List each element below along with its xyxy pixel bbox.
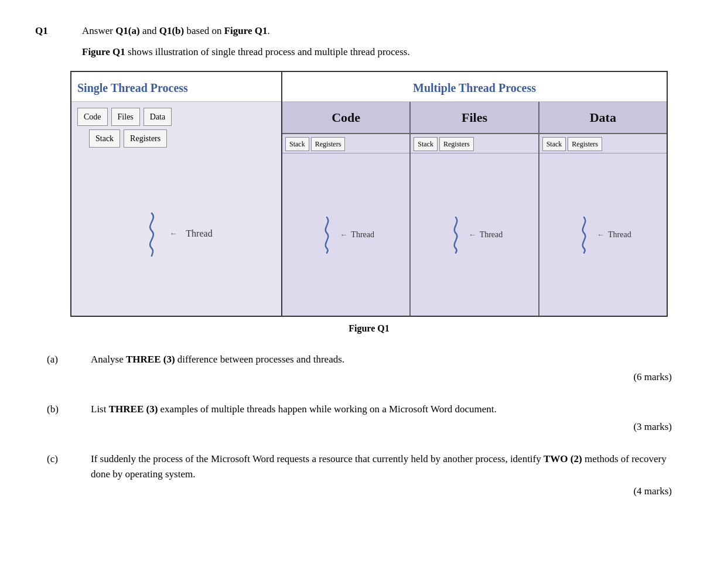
sub-a-marks: (6 marks) <box>91 370 672 385</box>
sub-b-text: List THREE (3) examples of multiple thre… <box>91 402 672 417</box>
sub-question-c: (c) If suddenly the process of the Micro… <box>47 452 672 499</box>
single-thread-area: ← Thread <box>77 157 275 310</box>
single-thread-body: Code Files Data Stack Registers <box>71 102 281 316</box>
shared-files: Files <box>411 102 539 133</box>
single-thread-symbol: ← Thread <box>140 210 212 257</box>
single-code-box: Code <box>77 108 108 126</box>
figure-intro: Figure Q1 shows illustration of single t… <box>82 45 672 60</box>
single-thread-label: Thread <box>186 227 212 241</box>
thread1-stacks: Stack Registers <box>282 134 409 153</box>
single-data-box: Data <box>144 108 172 126</box>
single-thread-panel: Single Thread Process Code Files Data St… <box>71 72 282 316</box>
sub-content-c: If suddenly the process of the Microsoft… <box>91 452 672 499</box>
single-registers-box: Registers <box>124 129 167 148</box>
sub-c-marks: (4 marks) <box>91 484 672 499</box>
sub-content-b: List THREE (3) examples of multiple thre… <box>91 402 672 434</box>
thread1-registers: Registers <box>311 137 346 151</box>
question-instruction: Answer Q1(a) and Q1(b) based on Figure Q… <box>82 23 270 39</box>
thread3-stacks: Stack Registers <box>539 134 667 153</box>
sub-letter-c: (c) <box>47 452 79 499</box>
sub-b-marks: (3 marks) <box>91 419 672 435</box>
thread2-svg <box>446 216 465 254</box>
single-boxes-row1: Code Files Data <box>77 108 275 126</box>
thread1-svg <box>317 216 336 254</box>
thread3-registers: Registers <box>568 137 602 151</box>
thread2-body: ← Thread <box>411 153 538 316</box>
thread-unit-1: Stack Registers ← Thread <box>282 134 411 316</box>
sub-letter-b: (b) <box>47 402 79 434</box>
thread-unit-2: Stack Registers ← Thread <box>411 134 539 316</box>
question-header: Q1 Answer Q1(a) and Q1(b) based on Figur… <box>35 23 672 39</box>
thread1-label: Thread <box>351 228 374 241</box>
figure-caption: Figure Q1 <box>70 322 668 336</box>
thread-unit-3: Stack Registers ← Thread <box>539 134 667 316</box>
sub-question-a: (a) Analyse THREE (3) difference between… <box>47 352 672 384</box>
thread3-body: ← Thread <box>539 153 667 316</box>
thread3-svg <box>575 216 593 254</box>
single-thread-svg <box>140 210 163 257</box>
sub-question-b: (b) List THREE (3) examples of multiple … <box>47 402 672 434</box>
sub-c-text: If suddenly the process of the Microsoft… <box>91 452 672 481</box>
multiple-thread-title: Multiple Thread Process <box>282 72 667 102</box>
sub-content-a: Analyse THREE (3) difference between pro… <box>91 352 672 384</box>
thread3-stack: Stack <box>542 137 566 151</box>
thread1-stack: Stack <box>285 137 309 151</box>
thread2-label: Thread <box>480 228 503 241</box>
diagram-wrapper: Single Thread Process Code Files Data St… <box>70 71 672 317</box>
thread2-registers: Registers <box>439 137 474 151</box>
shared-resources-row: Code Files Data <box>282 102 667 134</box>
thread2-stack: Stack <box>414 137 438 151</box>
sub-letter-a: (a) <box>47 352 79 384</box>
single-thread-title: Single Thread Process <box>71 72 281 102</box>
thread3-label: Thread <box>608 228 631 241</box>
thread3-symbol: ← Thread <box>575 216 631 254</box>
sub-a-text: Analyse THREE (3) difference between pro… <box>91 352 672 367</box>
single-boxes-row2: Stack Registers <box>89 129 275 148</box>
shared-data: Data <box>539 102 667 133</box>
question-number: Q1 <box>35 23 59 39</box>
single-files-box: Files <box>111 108 140 126</box>
single-stack-box: Stack <box>89 129 120 148</box>
thread2-symbol: ← Thread <box>446 216 503 254</box>
thread1-symbol: ← Thread <box>317 216 374 254</box>
multiple-thread-panel: Multiple Thread Process Code Files Data … <box>282 72 667 316</box>
shared-code: Code <box>282 102 411 133</box>
threads-row: Stack Registers ← Thread <box>282 134 667 316</box>
thread2-stacks: Stack Registers <box>411 134 538 153</box>
diagram-table: Single Thread Process Code Files Data St… <box>70 71 668 317</box>
thread1-body: ← Thread <box>282 153 409 316</box>
